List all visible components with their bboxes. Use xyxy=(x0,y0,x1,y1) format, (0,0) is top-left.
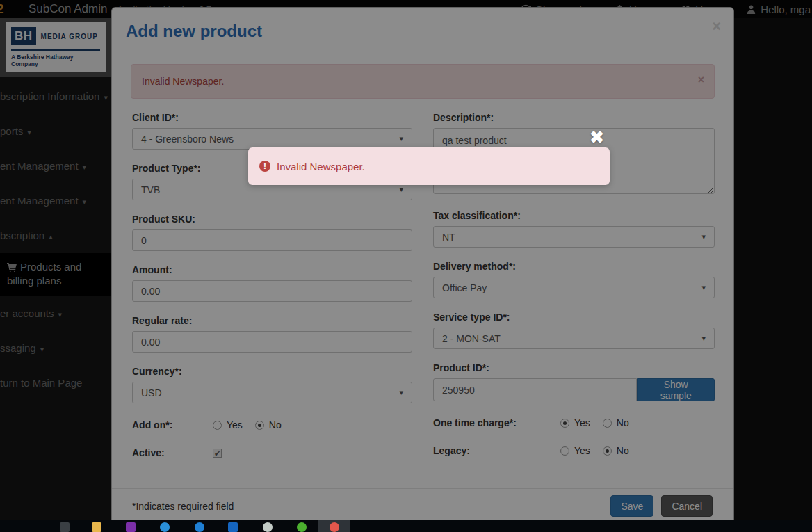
taskbar-app-icon[interactable] xyxy=(160,522,170,532)
dim-overlay xyxy=(0,0,812,532)
toast-close-icon[interactable]: ✖ xyxy=(590,127,604,147)
taskbar-app-icon[interactable] xyxy=(195,522,204,532)
taskbar-app-icon[interactable] xyxy=(330,522,339,532)
folder-icon[interactable] xyxy=(92,522,102,532)
taskbar-app-icon[interactable] xyxy=(60,522,70,532)
error-toast[interactable]: ! Invalid Newspaper. xyxy=(248,147,610,185)
taskbar-app-icon[interactable] xyxy=(126,522,136,532)
error-toast-text: Invalid Newspaper. xyxy=(277,161,365,172)
taskbar-app-icon[interactable] xyxy=(263,522,273,532)
taskbar-app-icon[interactable] xyxy=(228,522,238,532)
taskbar-app-icon[interactable] xyxy=(297,522,307,532)
error-icon: ! xyxy=(259,161,270,172)
taskbar xyxy=(0,520,812,532)
